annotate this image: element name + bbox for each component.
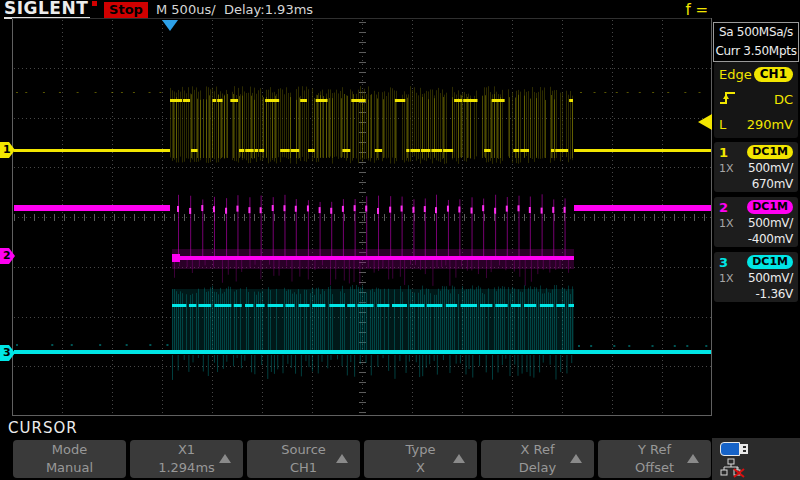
up-arrow-icon [453, 454, 465, 463]
up-arrow-icon [570, 454, 582, 463]
oscilloscope-screen: SIGLENT Stop M 500us/ Delay:1.93ms f = 8… [0, 0, 800, 480]
top-status-bar: SIGLENT Stop M 500us/ Delay:1.93ms f = 8… [0, 0, 800, 20]
timebase-readout: M 500us/ [156, 2, 216, 18]
channel-2-number: 2 [719, 200, 728, 215]
trigger-coupling: DC [774, 92, 793, 107]
channel-1-probe: 1X [719, 162, 734, 175]
softkey-mode[interactable]: Mode Manual [13, 440, 126, 478]
memory-depth: Curr 3.50Mpts [714, 42, 798, 61]
up-arrow-icon [219, 454, 231, 463]
status-icon-panel [712, 438, 800, 480]
trigger-info-box[interactable]: Edge CH1 DC L 290mV [714, 62, 798, 138]
channel-1-info-box[interactable]: 1 DC1M 1X 500mV/ 670mV [714, 142, 798, 192]
channel-1-scale: 500mV/ [748, 161, 793, 175]
delay-readout: Delay:1.93ms [224, 2, 313, 18]
sample-rate: Sa 500MSa/s [714, 23, 798, 42]
channel-2-coupling-badge: DC1M [747, 200, 793, 214]
channel-3-number: 3 [719, 255, 728, 270]
run-state-badge: Stop [104, 2, 148, 18]
lan-disconnected-icon [720, 458, 746, 480]
right-sidebar: Sa 500MSa/s Curr 3.50Mpts Edge CH1 DC L … [712, 0, 800, 438]
channel-3-probe: 1X [719, 272, 734, 285]
trigger-level-label: L [719, 117, 726, 132]
channel-3-scale: 500mV/ [748, 271, 793, 285]
channel-1-number: 1 [719, 145, 728, 160]
channel-3-coupling-badge: DC1M [747, 255, 793, 269]
trigger-level-value: 290mV [747, 117, 793, 132]
softkey-x1[interactable]: X1 1.294ms [130, 440, 243, 478]
channel-1-coupling-badge: DC1M [747, 145, 793, 159]
usb-icon [720, 442, 750, 456]
softkey-source[interactable]: Source CH1 [247, 440, 360, 478]
rising-edge-icon [719, 90, 737, 109]
channel-1-offset: 670mV [752, 177, 793, 191]
softkey-menu: Mode Manual X1 1.294ms Source CH1 Type X… [13, 440, 711, 478]
brand-logo: SIGLENT [4, 0, 90, 19]
acquisition-info-box: Sa 500MSa/s Curr 3.50Mpts [713, 22, 799, 62]
channel-3-offset: -1.36V [756, 287, 793, 301]
channel-2-offset: -400mV [748, 232, 793, 246]
softkey-xref[interactable]: X Ref Delay [481, 440, 594, 478]
waveform-display [0, 18, 712, 418]
trigger-mode: Edge [719, 67, 752, 82]
softkey-yref[interactable]: Y Ref Offset [598, 440, 711, 478]
up-arrow-icon [336, 454, 348, 463]
channel-2-probe: 1X [719, 217, 734, 230]
up-arrow-icon [687, 454, 699, 463]
softkey-type[interactable]: Type X [364, 440, 477, 478]
channel-2-scale: 500mV/ [748, 216, 793, 230]
menu-title: CURSOR [8, 419, 78, 437]
channel-2-info-box[interactable]: 2 DC1M 1X 500mV/ -400mV [714, 197, 798, 247]
trigger-source-badge: CH1 [754, 67, 793, 82]
brand-logo-dot [92, 1, 97, 6]
channel-3-info-box[interactable]: 3 DC1M 1X 500mV/ -1.36V [714, 252, 798, 302]
